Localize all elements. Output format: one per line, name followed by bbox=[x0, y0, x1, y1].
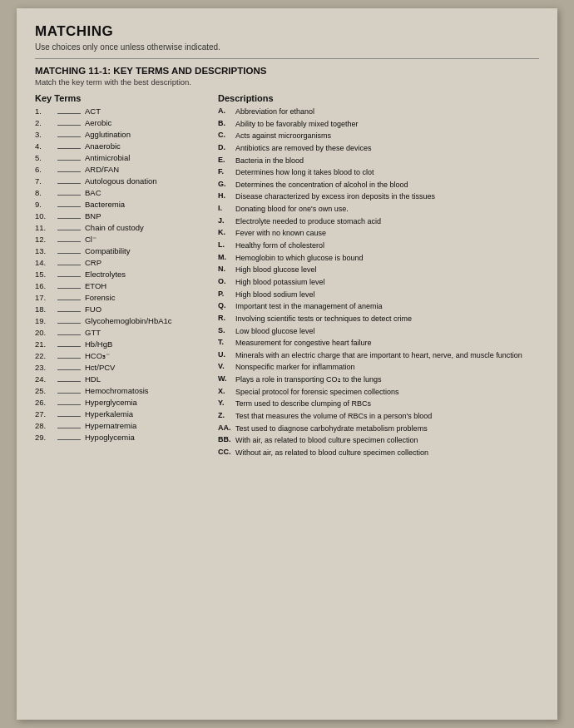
term-number: 2. bbox=[35, 118, 53, 127]
term-name: Bacteremia bbox=[85, 200, 125, 209]
term-number: 15. bbox=[35, 270, 53, 279]
desc-item: K. Fever with no known cause bbox=[218, 228, 539, 238]
term-number: 21. bbox=[35, 339, 53, 349]
term-name: CRP bbox=[85, 258, 101, 267]
divider bbox=[35, 58, 539, 59]
section-title: MATCHING 11-1: KEY TERMS AND DESCRIPTION… bbox=[35, 66, 539, 76]
page-subtitle: Use choices only once unless otherwise i… bbox=[35, 42, 539, 52]
page: MATCHING Use choices only once unless ot… bbox=[17, 8, 557, 720]
term-number: 5. bbox=[35, 153, 53, 162]
term-item: 15. Electrolytes bbox=[35, 270, 201, 279]
desc-item: Q. Important test in the management of a… bbox=[218, 301, 539, 311]
key-terms-column: Key Terms 1. ACT 2. Aerobic 3. Agglutina… bbox=[35, 93, 201, 444]
desc-letter: Q. bbox=[218, 301, 233, 310]
term-item: 16. ETOH bbox=[35, 281, 201, 290]
term-blank bbox=[57, 311, 81, 312]
term-name: Chain of custody bbox=[85, 223, 144, 232]
term-blank bbox=[57, 241, 81, 242]
desc-item: AA. Test used to diagnose carbohydrate m… bbox=[218, 423, 539, 433]
term-number: 24. bbox=[35, 374, 53, 384]
desc-text: Ability to be favorably mixed together bbox=[235, 119, 539, 129]
desc-text: Minerals with an electric charge that ar… bbox=[235, 350, 539, 360]
desc-item: A. Abbreviation for ethanol bbox=[218, 106, 539, 116]
term-number: 11. bbox=[35, 223, 53, 232]
term-name: Autologous donation bbox=[85, 176, 157, 186]
term-item: 28. Hypernatremia bbox=[35, 421, 201, 430]
desc-letter: N. bbox=[218, 265, 233, 273]
term-name: HCO₃⁻ bbox=[85, 351, 110, 360]
desc-text: Test used to diagnose carbohydrate metab… bbox=[235, 423, 539, 433]
term-blank bbox=[57, 183, 81, 184]
desc-letter: L. bbox=[218, 240, 233, 249]
desc-letter: CC. bbox=[218, 448, 233, 456]
term-item: 2. Aerobic bbox=[35, 118, 201, 127]
desc-item: N. High blood glucose level bbox=[218, 265, 539, 275]
desc-letter: O. bbox=[218, 277, 233, 285]
term-name: Hyperkalemia bbox=[85, 409, 133, 418]
desc-item: X. Special protocol for forensic specime… bbox=[218, 387, 539, 397]
term-number: 19. bbox=[35, 316, 53, 325]
content-columns: Key Terms 1. ACT 2. Aerobic 3. Agglutina… bbox=[35, 93, 539, 460]
term-name: Anaerobic bbox=[85, 141, 121, 151]
desc-item: E. Bacteria in the blood bbox=[218, 156, 539, 166]
term-name: Forensic bbox=[85, 293, 115, 302]
desc-letter: M. bbox=[218, 253, 233, 261]
term-blank bbox=[57, 358, 81, 359]
term-number: 1. bbox=[35, 106, 53, 116]
term-blank bbox=[57, 276, 81, 277]
desc-item: Y. Term used to describe clumping of RBC… bbox=[218, 399, 539, 409]
desc-item: P. High blood sodium level bbox=[218, 290, 539, 300]
desc-item: W. Plays a role in transporting CO₂ to t… bbox=[218, 374, 539, 384]
desc-text: Electrolyte needed to produce stomach ac… bbox=[235, 216, 539, 226]
descriptions-label: Descriptions bbox=[218, 93, 539, 103]
desc-letter: S. bbox=[218, 326, 233, 334]
desc-text: Low blood glucose level bbox=[235, 326, 539, 336]
term-item: 17. Forensic bbox=[35, 293, 201, 302]
term-name: ETOH bbox=[85, 281, 106, 290]
desc-letter: F. bbox=[218, 167, 233, 176]
desc-item: R. Involving scientific tests or techniq… bbox=[218, 314, 539, 324]
term-number: 20. bbox=[35, 328, 53, 337]
term-item: 13. Compatibility bbox=[35, 246, 201, 255]
term-number: 3. bbox=[35, 130, 53, 139]
term-item: 5. Antimicrobial bbox=[35, 153, 201, 162]
desc-item: F. Determines how long it takes blood to… bbox=[218, 167, 539, 177]
term-item: 3. Agglutination bbox=[35, 130, 201, 139]
term-number: 23. bbox=[35, 363, 53, 372]
desc-letter: W. bbox=[218, 374, 233, 383]
term-item: 9. Bacteremia bbox=[35, 200, 201, 209]
term-name: Hypoglycemia bbox=[85, 433, 135, 442]
desc-text: Important test in the management of anem… bbox=[235, 301, 539, 311]
desc-text: Test that measures the volume of RBCs in… bbox=[235, 411, 539, 421]
desc-letter: C. bbox=[218, 131, 233, 139]
term-name: ARD/FAN bbox=[85, 165, 119, 174]
term-blank bbox=[57, 125, 81, 126]
desc-item: D. Antibiotics are removed by these devi… bbox=[218, 143, 539, 153]
term-item: 26. Hyperglycemia bbox=[35, 398, 201, 407]
term-item: 10. BNP bbox=[35, 211, 201, 220]
term-number: 8. bbox=[35, 188, 53, 197]
term-item: 19. Glycohemoglobin/HbA1c bbox=[35, 316, 201, 325]
term-blank bbox=[57, 381, 81, 382]
desc-text: Bacteria in the blood bbox=[235, 156, 539, 166]
desc-letter: T. bbox=[218, 338, 233, 346]
desc-text: Special protocol for forensic specimen c… bbox=[235, 387, 539, 397]
desc-letter: Z. bbox=[218, 411, 233, 419]
desc-text: Acts against microorganisms bbox=[235, 131, 539, 141]
desc-item: U. Minerals with an electric charge that… bbox=[218, 350, 539, 360]
term-item: 7. Autologous donation bbox=[35, 176, 201, 186]
term-number: 14. bbox=[35, 258, 53, 267]
term-blank bbox=[57, 369, 81, 370]
desc-item: T. Measurement for congestive heart fail… bbox=[218, 338, 539, 348]
page-title: MATCHING bbox=[35, 23, 539, 40]
desc-letter: H. bbox=[218, 191, 233, 200]
term-name: BNP bbox=[85, 211, 101, 220]
term-blank bbox=[57, 393, 81, 394]
term-blank bbox=[57, 160, 81, 161]
term-name: Compatibility bbox=[85, 246, 130, 255]
term-blank bbox=[57, 416, 81, 417]
term-name: Hemochromatosis bbox=[85, 386, 149, 395]
desc-letter: K. bbox=[218, 228, 233, 236]
term-name: Hct/PCV bbox=[85, 363, 115, 372]
term-blank bbox=[57, 113, 81, 114]
